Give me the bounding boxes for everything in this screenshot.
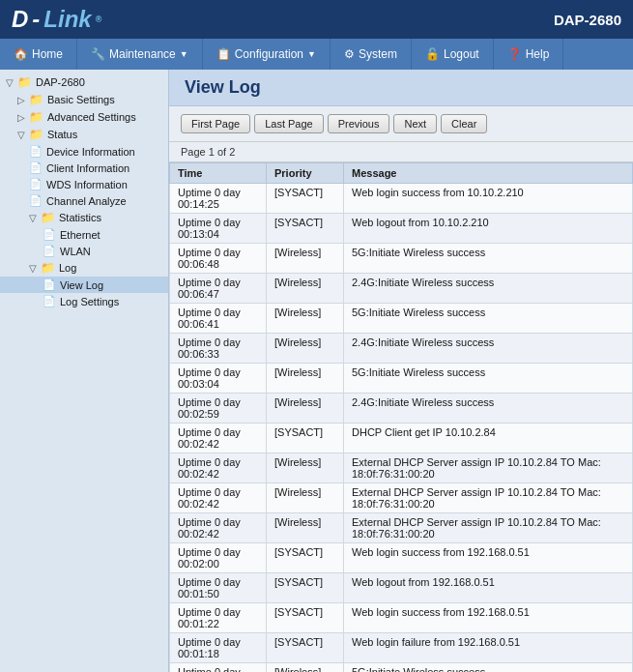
cell-message: Web login success from 192.168.0.51 [344, 543, 633, 573]
doc-icon: 📄 [29, 194, 43, 207]
last-page-button[interactable]: Last Page [254, 114, 324, 133]
cell-time: Uptime 0 day 00:01:18 [170, 633, 267, 663]
cell-priority: [Wireless] [267, 394, 344, 424]
cell-message: External DHCP Server assign IP 10.10.2.8… [344, 483, 633, 513]
sidebar-item-advanced-settings[interactable]: ▷ 📁 Advanced Settings [0, 108, 168, 126]
logo-link: Link [43, 6, 91, 33]
cell-time: Uptime 0 day 00:03:04 [170, 364, 267, 394]
cell-time: Uptime 0 day 00:02:42 [170, 483, 267, 513]
cell-message: DHCP Client get IP 10.10.2.84 [344, 424, 633, 453]
doc-icon: 📄 [43, 245, 56, 257]
sidebar-item-statistics[interactable]: ▽ 📁 Statistics [0, 209, 168, 226]
cell-message: External DHCP Server assign IP 10.10.2.8… [344, 453, 633, 483]
nav-logout[interactable]: 🔓 Logout [412, 39, 494, 70]
header: D - Link ® DAP-2680 [0, 0, 633, 39]
col-time: Time [170, 163, 267, 184]
table-row: Uptime 0 day 00:01:18[SYSACT]Web login f… [170, 633, 633, 663]
cell-time: Uptime 0 day 00:06:41 [170, 304, 267, 334]
sidebar-item-view-log[interactable]: 📄 View Log [0, 277, 168, 293]
cell-time: Uptime 0 day 00:01:50 [170, 573, 267, 603]
folder-icon: 📁 [41, 261, 55, 275]
cell-priority: [Wireless] [267, 334, 344, 364]
cell-priority: [Wireless] [267, 513, 344, 543]
configuration-icon: 📋 [216, 47, 231, 61]
cell-message: Web login success from 192.168.0.51 [344, 603, 633, 633]
table-row: Uptime 0 day 00:01:50[SYSACT]Web logout … [170, 573, 633, 603]
cell-priority: [Wireless] [267, 364, 344, 394]
home-icon: 🏠 [14, 47, 28, 61]
cell-priority: [SYSACT] [267, 543, 344, 573]
next-button[interactable]: Next [393, 114, 437, 133]
sidebar-item-status[interactable]: ▽ 📁 Status [0, 126, 168, 143]
cell-message: 5G:Initiate Wireless success [344, 663, 633, 673]
logo-dash-line: - [32, 6, 40, 33]
cell-message: 2.4G:Initiate Wireless success [344, 394, 633, 424]
cell-time: Uptime 0 day 00:02:42 [170, 453, 267, 483]
content-area: View Log First Page Last Page Previous N… [169, 70, 633, 672]
folder-icon: 📁 [29, 110, 43, 124]
cell-time: Uptime 0 day 00:02:42 [170, 513, 267, 543]
nav-maintenance[interactable]: 🔧 Maintenance ▼ [77, 39, 203, 70]
cell-message: Web logout from 10.10.2.210 [344, 214, 633, 244]
table-row: Uptime 0 day 00:02:59[Wireless]2.4G:Init… [170, 394, 633, 424]
table-row: Uptime 0 day 00:06:47[Wireless]2.4G:Init… [170, 274, 633, 304]
maintenance-arrow: ▼ [180, 49, 188, 59]
table-row: Uptime 0 day 00:02:00[SYSACT]Web login s… [170, 543, 633, 573]
cell-time: Uptime 0 day 00:13:04 [170, 214, 267, 244]
cell-priority: [SYSACT] [267, 603, 344, 633]
expand-icon: ▷ [17, 112, 25, 123]
doc-icon: 📄 [43, 295, 56, 307]
table-row: Uptime 0 day 00:03:04[Wireless]5G:Initia… [170, 364, 633, 394]
sidebar-item-log[interactable]: ▽ 📁 Log [0, 259, 168, 277]
cell-time: Uptime 0 day 00:06:47 [170, 274, 267, 304]
expand-icon: ▽ [29, 263, 37, 274]
nav-configuration[interactable]: 📋 Configuration ▼ [203, 39, 331, 70]
previous-button[interactable]: Previous [328, 114, 390, 133]
nav-system[interactable]: ⚙ System [331, 39, 412, 70]
sidebar-item-wlan[interactable]: 📄 WLAN [0, 243, 168, 259]
cell-message: Web login failure from 192.168.0.51 [344, 633, 633, 663]
clear-button[interactable]: Clear [441, 114, 487, 133]
toolbar: First Page Last Page Previous Next Clear [169, 106, 633, 142]
cell-message: Web logout from 192.168.0.51 [344, 573, 633, 603]
table-row: Uptime 0 day 00:06:41[Wireless]5G:Initia… [170, 304, 633, 334]
cell-time: Uptime 0 day 00:02:59 [170, 394, 267, 424]
sidebar-item-log-settings[interactable]: 📄 Log Settings [0, 293, 168, 309]
cell-priority: [Wireless] [267, 663, 344, 673]
sidebar-item-ethernet[interactable]: 📄 Ethernet [0, 226, 168, 243]
maintenance-icon: 🔧 [91, 47, 105, 61]
sidebar-item-wds-info[interactable]: 📄 WDS Information [0, 176, 168, 192]
first-page-button[interactable]: First Page [181, 114, 250, 133]
cell-priority: [SYSACT] [267, 424, 344, 453]
col-message: Message [344, 163, 633, 184]
sidebar-item-dap2680[interactable]: ▽ 📁 DAP-2680 [0, 73, 168, 91]
expand-icon: ▷ [17, 95, 25, 105]
table-row: Uptime 0 day 00:02:42[Wireless]External … [170, 453, 633, 483]
nav-help[interactable]: ❓ Help [494, 39, 564, 70]
cell-message: 5G:Initiate Wireless success [344, 244, 633, 274]
logo-tm: ® [96, 15, 102, 24]
log-table: Time Priority Message Uptime 0 day 00:14… [169, 162, 633, 672]
content-title: View Log [169, 70, 633, 106]
cell-priority: [SYSACT] [267, 184, 344, 214]
device-name: DAP-2680 [554, 12, 621, 28]
table-row: Uptime 0 day 00:02:42[SYSACT]DHCP Client… [170, 424, 633, 453]
folder-icon: 📁 [17, 75, 32, 89]
nav-home[interactable]: 🏠 Home [0, 39, 77, 70]
sidebar-item-basic-settings[interactable]: ▷ 📁 Basic Settings [0, 91, 168, 108]
sidebar: ▽ 📁 DAP-2680 ▷ 📁 Basic Settings ▷ 📁 Adva… [0, 70, 169, 672]
sidebar-item-client-info[interactable]: 📄 Client Information [0, 160, 168, 176]
cell-time: Uptime 0 day 00:01:22 [170, 603, 267, 633]
table-row: Uptime 0 day 00:00:45[Wireless]5G:Initia… [170, 663, 633, 673]
sidebar-item-channel-analyze[interactable]: 📄 Channel Analyze [0, 192, 168, 209]
cell-message: 5G:Initiate Wireless success [344, 364, 633, 394]
logo: D - Link ® [12, 6, 101, 33]
cell-message: Web login success from 10.10.2.210 [344, 184, 633, 214]
cell-time: Uptime 0 day 00:02:42 [170, 424, 267, 453]
cell-time: Uptime 0 day 00:14:25 [170, 184, 267, 214]
expand-icon: ▽ [17, 130, 25, 140]
config-arrow: ▼ [307, 49, 316, 59]
cell-priority: [SYSACT] [267, 573, 344, 603]
sidebar-item-device-info[interactable]: 📄 Device Information [0, 143, 168, 160]
cell-priority: [Wireless] [267, 244, 344, 274]
